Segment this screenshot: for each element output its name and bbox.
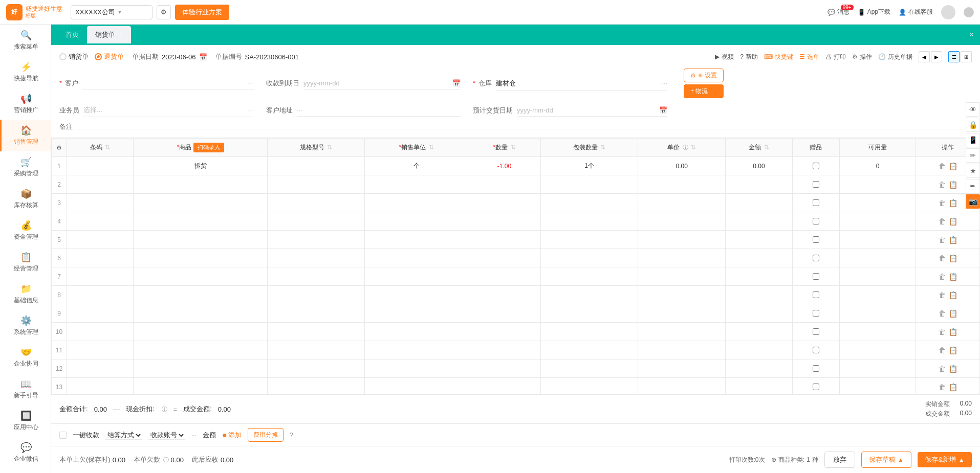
delete-button[interactable]: 🗑 (939, 181, 946, 189)
cell-unit-price[interactable] (638, 341, 726, 359)
gift-checkbox[interactable] (813, 365, 819, 372)
print-action[interactable]: 🖨 打印 (825, 53, 846, 61)
cell-barcode[interactable] (67, 249, 134, 267)
delete-button[interactable]: 🗑 (939, 328, 946, 336)
cell-gift[interactable] (792, 175, 839, 194)
cell-product[interactable] (134, 286, 268, 304)
cell-spec[interactable] (268, 231, 365, 249)
cell-unit-price[interactable] (638, 231, 726, 249)
gift-checkbox[interactable] (813, 384, 819, 390)
cell-product[interactable] (134, 212, 268, 231)
cell-pkg-qty[interactable] (541, 249, 638, 267)
delete-button[interactable]: 🗑 (939, 365, 946, 373)
cell-unit[interactable] (365, 286, 468, 304)
notes-input[interactable] (77, 125, 972, 129)
cell-amount[interactable]: 0.00 (726, 157, 792, 175)
cell-spec[interactable] (268, 359, 365, 378)
cell-pkg-qty[interactable] (541, 378, 638, 395)
cell-pkg-qty[interactable] (541, 359, 638, 378)
cell-quantity[interactable] (468, 286, 541, 304)
cell-spec[interactable] (268, 194, 365, 212)
online-service-button[interactable]: 👤 在线客服 (899, 8, 933, 16)
rt-star-button[interactable]: ★ (966, 164, 980, 178)
expected-delivery-input[interactable]: yyyy-mm-dd 📅 (517, 104, 667, 117)
cell-gift[interactable] (792, 157, 839, 175)
save-draft-button[interactable]: 保存草稿 ▲ (861, 452, 912, 468)
cell-spec[interactable] (268, 304, 365, 323)
doc-date-value[interactable]: 2023-06-06 (162, 53, 196, 61)
cell-gift[interactable] (792, 249, 839, 267)
sidebar-item-inventory[interactable]: 📦 库存核算 (0, 183, 51, 215)
cell-unit-price[interactable] (638, 378, 726, 395)
tab-home[interactable]: 首页 (57, 26, 87, 43)
cell-unit-price[interactable] (638, 323, 726, 341)
cell-quantity[interactable] (468, 194, 541, 212)
company-selector[interactable]: XXXXXX公司 ▼ (71, 5, 153, 19)
cell-unit-price[interactable] (638, 194, 726, 212)
gift-checkbox[interactable] (813, 218, 819, 224)
cell-barcode[interactable] (67, 378, 134, 395)
cell-quantity[interactable] (468, 212, 541, 231)
message-button[interactable]: 💬 消息 99+ (827, 8, 850, 16)
app-download-button[interactable]: 📱 App下载 (858, 8, 890, 16)
cell-barcode[interactable] (67, 231, 134, 249)
cell-unit-price[interactable] (638, 249, 726, 267)
cell-spec[interactable] (268, 175, 365, 194)
sidebar-item-guide[interactable]: 📖 新手引导 (0, 373, 51, 405)
cell-gift[interactable] (792, 359, 839, 378)
delete-button[interactable]: 🗑 (939, 273, 946, 281)
sidebar-item-shortcut[interactable]: ⚡ 快捷导航 (0, 56, 51, 88)
help-action[interactable]: ? 帮助 (740, 53, 758, 61)
copy-button[interactable]: 📋 (949, 199, 957, 207)
cell-barcode[interactable] (67, 286, 134, 304)
copy-button[interactable]: 📋 (949, 309, 957, 318)
next-button[interactable]: ▶ (931, 51, 942, 62)
copy-button[interactable]: 📋 (949, 383, 957, 391)
cell-barcode[interactable] (67, 194, 134, 212)
cell-pkg-qty[interactable]: 1个 (541, 157, 638, 175)
doc-number-value[interactable]: SA-20230606-001 (245, 53, 299, 61)
video-action[interactable]: ▶ 视频 (715, 53, 734, 61)
cell-barcode[interactable] (67, 267, 134, 286)
cell-amount[interactable] (726, 341, 792, 359)
delete-button[interactable]: 🗑 (939, 236, 946, 244)
cell-quantity[interactable] (468, 341, 541, 359)
cell-gift[interactable] (792, 231, 839, 249)
gift-checkbox[interactable] (813, 163, 819, 169)
cell-unit[interactable] (365, 304, 468, 323)
customer-input[interactable]: ··· (82, 77, 254, 89)
copy-button[interactable]: 📋 (949, 236, 957, 244)
cell-unit[interactable] (365, 323, 468, 341)
cell-pkg-qty[interactable] (541, 304, 638, 323)
sidebar-item-enterprise[interactable]: 🤝 企业协同 (0, 342, 51, 373)
copy-button[interactable]: 📋 (949, 328, 957, 336)
cell-barcode[interactable] (67, 359, 134, 378)
cell-amount[interactable] (726, 249, 792, 267)
cell-barcode[interactable] (67, 341, 134, 359)
gift-checkbox[interactable] (813, 310, 819, 317)
cell-unit[interactable] (365, 194, 468, 212)
settings-button[interactable]: ⚙ ⊕ 设置 (684, 69, 724, 82)
cell-barcode[interactable] (67, 323, 134, 341)
cell-unit[interactable] (365, 212, 468, 231)
grid-view-button[interactable]: ⊞ (961, 51, 972, 62)
copy-button[interactable]: 📋 (949, 346, 957, 354)
scan-button[interactable]: 扫码录入 (193, 143, 224, 152)
rt-lock-button[interactable]: 🔒 (966, 118, 980, 132)
shortcut-action[interactable]: ⌨ 快捷键 (764, 53, 793, 61)
cell-spec[interactable] (268, 323, 365, 341)
info-icon-discount[interactable]: ⓘ (162, 406, 167, 413)
sidebar-item-marketing[interactable]: 📢 营销推广 (0, 88, 51, 120)
sort-icon-spec[interactable]: ⇅ (327, 144, 332, 151)
delete-button[interactable]: 🗑 (939, 217, 946, 226)
cell-quantity[interactable]: -1.00 (468, 157, 541, 175)
cell-product[interactable] (134, 194, 268, 212)
delete-button[interactable]: 🗑 (939, 162, 946, 170)
cell-unit[interactable] (365, 175, 468, 194)
cell-spec[interactable] (268, 212, 365, 231)
cell-product[interactable] (134, 359, 268, 378)
salesperson-input[interactable]: 选择... ··· (83, 103, 254, 117)
cell-barcode[interactable] (67, 304, 134, 323)
abandon-button[interactable]: 放弃 (824, 452, 855, 468)
calendar-icon[interactable]: 📅 (199, 53, 207, 61)
